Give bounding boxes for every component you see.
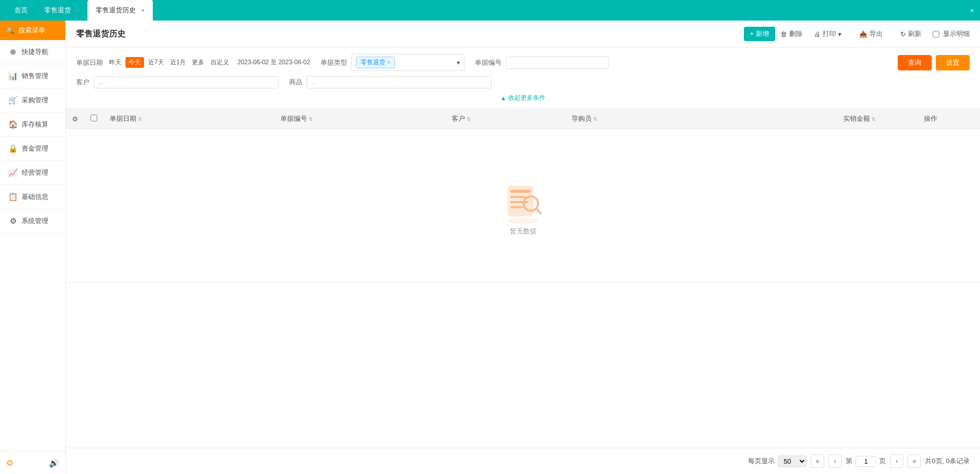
next-page-btn[interactable]: ›	[890, 454, 903, 468]
collapse-filter-btn[interactable]: ▲ 收起更多条件	[76, 94, 970, 102]
th-date[interactable]: 单据日期 ⇅	[103, 109, 274, 129]
prev-page-btn[interactable]: ‹	[828, 454, 842, 468]
th-date-label: 单据日期	[110, 114, 136, 123]
date-range-display: 2023-06-02 至 2023-06-02	[237, 58, 310, 67]
th-amount[interactable]: 实销金额 ⇅	[711, 109, 882, 129]
th-number-label: 单据编号	[280, 114, 307, 123]
sidebar-item-basic-info[interactable]: 📋 基础信息	[0, 185, 65, 209]
sort-icon4: ⇅	[593, 116, 597, 122]
sidebar-item-sales-mgmt[interactable]: 📊 销售管理	[0, 64, 65, 88]
filter-goods-label: 商品	[289, 78, 302, 87]
first-page-btn[interactable]: «	[811, 454, 824, 468]
collapse-label: 收起更多条件	[508, 94, 545, 102]
tab-retail-return[interactable]: 零售退货 ×	[36, 0, 87, 21]
filter-number-input[interactable]	[506, 57, 609, 69]
query-button[interactable]: 查询	[898, 55, 932, 70]
date-opt-more[interactable]: 更多	[190, 57, 206, 68]
page-size-label: 每页显示	[748, 457, 775, 466]
sidebar-item-purchase-label: 采购管理	[22, 96, 48, 105]
delete-button[interactable]: 🗑 删除	[780, 29, 803, 39]
tab-retail-return-history-close[interactable]: ×	[141, 7, 144, 13]
sidebar-item-operations-label: 经营管理	[22, 168, 48, 177]
filter-area: 单据日期 昨天 今天 近7天 近1月 更多 自定义 2023-06-02 至 2…	[66, 48, 980, 109]
tab-retail-return-close[interactable]: ×	[76, 7, 79, 13]
settings-icon[interactable]: ⚙	[6, 458, 13, 468]
svg-rect-2	[510, 190, 531, 193]
data-table: ⚙ 单据日期 ⇅ 单据编号	[66, 109, 980, 283]
gear-icon[interactable]: ⚙	[72, 115, 78, 123]
print-button[interactable]: 🖨 打印 ▾	[808, 27, 848, 41]
date-opt-custom[interactable]: 自定义	[208, 57, 231, 68]
filter-type-label: 单据类型	[320, 58, 347, 67]
show-detail-checkbox[interactable]	[933, 31, 939, 38]
sidebar-item-inventory[interactable]: 🏠 库存核算	[0, 113, 65, 137]
th-settings[interactable]: ⚙	[66, 109, 84, 129]
th-checkbox[interactable]	[84, 109, 103, 129]
tab-retail-return-history[interactable]: 零售退货历史 ×	[87, 0, 152, 21]
th-number[interactable]: 单据编号 ⇅	[274, 109, 445, 129]
date-opt-1month[interactable]: 近1月	[168, 57, 188, 68]
sidebar-item-finance[interactable]: 🔒 资金管理	[0, 137, 65, 161]
filter-row-2: 客户 ... 商品 ...	[76, 76, 970, 88]
sidebar-item-sales-label: 销售管理	[22, 71, 48, 81]
sidebar-item-system[interactable]: ⚙ 系统管理	[0, 209, 65, 233]
operations-icon: 📈	[8, 168, 17, 177]
export-label: 导出	[869, 29, 883, 39]
page-header: 零售退货历史 + 新增 🗑 删除 🖨 打印 ▾ 📤 导出 ↻	[66, 21, 980, 48]
refresh-icon: ↻	[900, 30, 906, 38]
last-page-btn[interactable]: »	[907, 454, 921, 468]
export-icon: 📤	[859, 30, 867, 38]
topbar-close[interactable]: ×	[970, 7, 974, 14]
date-opt-today[interactable]: 今天	[126, 57, 144, 68]
empty-cell: 暂无数据	[66, 129, 980, 283]
filter-action-buttons: 查询 设置	[898, 55, 970, 70]
filter-goods: 商品 ...	[289, 76, 492, 88]
export-button[interactable]: 📤 导出	[853, 27, 889, 41]
empty-text: 暂无数据	[510, 227, 537, 236]
main-layout: 🔍 搜索菜单 ⊕ 快捷导航 📊 销售管理 🛒 采购管理 🏠 库存核算 🔒	[0, 21, 980, 474]
th-guide[interactable]: 导购员 ⇅	[565, 109, 711, 129]
new-button[interactable]: + 新增	[744, 27, 775, 41]
date-opt-7days[interactable]: 近7天	[146, 57, 166, 68]
sidebar-item-operations[interactable]: 📈 经营管理	[0, 161, 65, 185]
refresh-button[interactable]: ↻ 刷新	[894, 27, 928, 41]
page-size-select[interactable]: 20 50 100	[778, 455, 807, 467]
print-chevron-icon: ▾	[838, 30, 842, 38]
show-detail-toggle[interactable]: 显示明细	[933, 29, 970, 39]
sidebar-items: ⊕ 快捷导航 📊 销售管理 🛒 采购管理 🏠 库存核算 🔒 资金管理 📈	[0, 40, 65, 451]
select-all-checkbox[interactable]	[91, 115, 97, 121]
sort-date[interactable]: 单据日期 ⇅	[110, 114, 142, 123]
sidebar-search[interactable]: 🔍 搜索菜单	[0, 21, 65, 40]
svg-rect-5	[510, 206, 523, 208]
sidebar-item-quick-nav[interactable]: ⊕ 快捷导航	[0, 40, 65, 64]
delete-label: 删除	[789, 29, 803, 39]
sidebar-item-finance-label: 资金管理	[22, 144, 48, 153]
sort-guide[interactable]: 导购员 ⇅	[572, 114, 597, 123]
filter-date: 单据日期 昨天 今天 近7天 近1月 更多 自定义 2023-06-02 至 2…	[76, 57, 310, 68]
date-opt-yesterday[interactable]: 昨天	[107, 57, 123, 68]
total-info: 共0页, 0条记录	[925, 457, 970, 466]
tab-home[interactable]: 首页	[6, 0, 36, 21]
sidebar-item-purchase-mgmt[interactable]: 🛒 采购管理	[0, 88, 65, 113]
filter-type-select[interactable]: 零售退货 × ▾	[351, 54, 465, 71]
quick-nav-icon: ⊕	[8, 47, 17, 57]
sort-number[interactable]: 单据编号 ⇅	[280, 114, 313, 123]
sort-amount[interactable]: 实销金额 ⇅	[843, 114, 876, 123]
settings-button[interactable]: 设置	[936, 55, 970, 70]
sidebar-item-system-label: 系统管理	[22, 216, 48, 226]
sort-icon3: ⇅	[467, 116, 471, 122]
finance-icon: 🔒	[8, 144, 17, 153]
filter-customer-select[interactable]: ...	[94, 76, 279, 88]
print-label: 打印	[823, 29, 836, 39]
page-unit: 页	[879, 457, 886, 466]
topbar: 首页 零售退货 × 零售退货历史 × ×	[0, 0, 980, 21]
th-customer[interactable]: 客户 ⇅	[446, 109, 565, 129]
audio-icon[interactable]: 🔊	[49, 458, 59, 468]
filter-goods-select[interactable]: ...	[307, 76, 492, 88]
table-area: ⚙ 单据日期 ⇅ 单据编号	[66, 109, 980, 448]
date-options: 昨天 今天 近7天 近1月 更多 自定义	[107, 57, 231, 68]
page-size-info: 每页显示 20 50 100	[748, 455, 807, 467]
sort-customer[interactable]: 客户 ⇅	[452, 114, 471, 123]
type-tag-close[interactable]: ×	[387, 60, 390, 65]
page-number-input[interactable]	[856, 456, 876, 467]
